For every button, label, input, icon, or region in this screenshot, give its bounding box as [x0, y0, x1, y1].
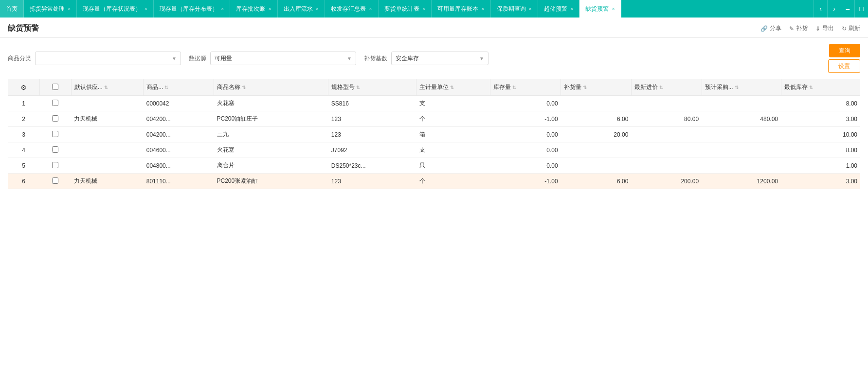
th-gear[interactable]: ⚙: [8, 79, 39, 96]
row-replenish-4: [561, 158, 632, 174]
th-checkbox[interactable]: [39, 79, 71, 96]
tab-in-out-flow[interactable]: 出入库流水 ×: [278, 0, 325, 18]
row-name-4: 离合片: [214, 158, 328, 174]
row-unit-1: 个: [416, 111, 490, 127]
page-header: 缺货预警 🔗 分享 ✎ 补货 ⇓ 导出 ↻ 刷新: [0, 18, 868, 38]
th-replenish[interactable]: 补货量 ⇅: [561, 79, 632, 96]
row-name-5: PC200张紧油缸: [214, 174, 328, 189]
th-stock[interactable]: 库存量 ⇅: [490, 79, 561, 96]
close-avail-ledger-icon[interactable]: ×: [481, 6, 484, 12]
tab-stock-dist[interactable]: 现存量（库存分布表） ×: [154, 0, 230, 18]
min-stock-sort-icon: ⇅: [809, 85, 813, 90]
row-min-stock-5: 3.00: [781, 174, 860, 189]
close-in-out-flow-icon[interactable]: ×: [316, 6, 319, 12]
th-latest-price[interactable]: 最新进价 ⇅: [631, 79, 702, 96]
datasource-select[interactable]: 可用量 ▼: [210, 52, 356, 65]
close-expiry-icon[interactable]: ×: [529, 6, 532, 12]
tab-overstock-label: 超储预警: [544, 5, 567, 13]
row-spec-1: 123: [328, 111, 416, 127]
top-navigation: 首页 拣货异常处理 × 现存量（库存状况表） × 现存量（库存分布表） × 库存…: [0, 0, 868, 18]
table-header-row: ⚙ 默认供应... ⇅ 商品... ⇅: [8, 79, 860, 96]
close-recv-summary-icon[interactable]: ×: [369, 6, 372, 12]
tab-stock-status-label: 现存量（库存状况表）: [83, 5, 141, 13]
th-min-stock[interactable]: 最低库存 ⇅: [781, 79, 860, 96]
tab-shortage[interactable]: 缺货预警 ×: [579, 0, 621, 18]
tab-stock-status[interactable]: 现存量（库存状况表） ×: [77, 0, 153, 18]
row-index-2: 3: [8, 127, 39, 142]
tab-order-stat[interactable]: 要货单统计表 ×: [379, 0, 432, 18]
table-row[interactable]: 1 0000042 火花塞 SS816 支 0.00 8.00: [8, 96, 860, 111]
row-checkbox-5[interactable]: [39, 174, 71, 189]
replenish-button[interactable]: ✎ 补货: [789, 24, 808, 33]
close-pick-exception-icon[interactable]: ×: [68, 6, 71, 12]
datasource-value: 可用量: [215, 54, 232, 63]
row-stock-1: -1.00: [490, 111, 561, 127]
row-spec-3: J7092: [328, 142, 416, 158]
tab-home[interactable]: 首页: [0, 0, 24, 18]
refresh-button[interactable]: ↻ 刷新: [842, 24, 860, 33]
close-order-stat-icon[interactable]: ×: [422, 6, 425, 12]
row-checkbox-4[interactable]: [39, 158, 71, 174]
th-code[interactable]: 商品... ⇅: [144, 79, 214, 96]
filter-area: 商品分类 ▼ 数据源 可用量 ▼ 补货基数 安全库存 ▼ 查询 设置: [0, 38, 868, 79]
tab-recv-summary[interactable]: 收发存汇总表 ×: [325, 0, 378, 18]
row-checkbox-3[interactable]: [39, 142, 71, 158]
tab-in-out-flow-label: 出入库流水: [284, 5, 313, 13]
close-stock-batch-icon[interactable]: ×: [268, 6, 271, 12]
tab-overstock[interactable]: 超储预警 ×: [538, 0, 579, 18]
refresh-label: 刷新: [849, 24, 860, 33]
tab-stock-batch[interactable]: 库存批次账 ×: [230, 0, 277, 18]
tab-avail-ledger[interactable]: 可用量库存账本 ×: [432, 0, 490, 18]
row-replenish-0: [561, 96, 632, 111]
share-label: 分享: [770, 24, 781, 33]
row-code-3: 004600...: [144, 142, 214, 158]
th-est-purchase[interactable]: 预计采购... ⇅: [702, 79, 781, 96]
replenish-base-select[interactable]: 安全库存 ▼: [391, 52, 488, 65]
category-filter-group: 商品分类 ▼: [8, 52, 181, 65]
th-code-label: 商品...: [146, 83, 163, 91]
tab-pick-exception[interactable]: 拣货异常处理 ×: [24, 0, 77, 18]
query-button[interactable]: 查询: [829, 44, 860, 57]
filter-actions: 查询 设置: [828, 44, 860, 73]
tab-expiry[interactable]: 保质期查询 ×: [491, 0, 538, 18]
table-row[interactable]: 2 力天机械 004200... PC200油缸庄子 123 个 -1.00 6…: [8, 111, 860, 127]
export-icon: ⇓: [815, 25, 820, 32]
share-button[interactable]: 🔗 分享: [760, 24, 781, 33]
tab-pick-exception-label: 拣货异常处理: [30, 5, 65, 13]
row-checkbox-2[interactable]: [39, 127, 71, 142]
row-est-purchase-3: [702, 142, 781, 158]
table-row[interactable]: 3 004200... 三九 123 箱 0.00 20.00 10.00: [8, 127, 860, 142]
table-body: 1 0000042 火花塞 SS816 支 0.00 8.00 2 力天机械 0…: [8, 96, 860, 189]
th-name[interactable]: 商品名称 ⇅: [214, 79, 328, 96]
nav-minimize-button[interactable]: –: [841, 0, 854, 18]
close-overstock-icon[interactable]: ×: [570, 6, 573, 12]
datasource-filter-group: 数据源 可用量 ▼: [189, 52, 356, 65]
row-spec-0: SS816: [328, 96, 416, 111]
table-row[interactable]: 5 004800... 离合片 DS250*23c... 只 0.00 1.00: [8, 158, 860, 174]
tab-stock-dist-label: 现存量（库存分布表）: [160, 5, 218, 13]
nav-prev-button[interactable]: ‹: [814, 0, 827, 18]
row-min-stock-4: 1.00: [781, 158, 860, 174]
code-sort-icon: ⇅: [164, 85, 168, 90]
row-index-5: 6: [8, 174, 39, 189]
settings-button[interactable]: 设置: [828, 59, 860, 73]
th-spec[interactable]: 规格型号 ⇅: [328, 79, 416, 96]
row-checkbox-0[interactable]: [39, 96, 71, 111]
close-shortage-icon[interactable]: ×: [612, 6, 615, 12]
th-latest-price-label: 最新进价: [634, 83, 658, 91]
th-unit[interactable]: 主计量单位 ⇅: [416, 79, 490, 96]
gear-icon[interactable]: ⚙: [20, 84, 27, 91]
nav-next-button[interactable]: ›: [827, 0, 841, 18]
tab-expiry-label: 保质期查询: [497, 5, 526, 13]
nav-maximize-button[interactable]: □: [854, 0, 868, 18]
row-checkbox-1[interactable]: [39, 111, 71, 127]
close-stock-status-icon[interactable]: ×: [144, 6, 147, 12]
table-row[interactable]: 4 004600... 火花塞 J7092 支 0.00 8.00: [8, 142, 860, 158]
table-row[interactable]: 6 力天机械 801110... PC200张紧油缸 123 个 -1.00 6…: [8, 174, 860, 189]
latest-price-sort-icon: ⇅: [659, 85, 663, 90]
select-all-checkbox[interactable]: [52, 84, 58, 90]
th-supplier[interactable]: 默认供应... ⇅: [71, 79, 143, 96]
export-button[interactable]: ⇓ 导出: [815, 24, 834, 33]
close-stock-dist-icon[interactable]: ×: [221, 6, 224, 12]
category-select[interactable]: ▼: [35, 52, 181, 65]
